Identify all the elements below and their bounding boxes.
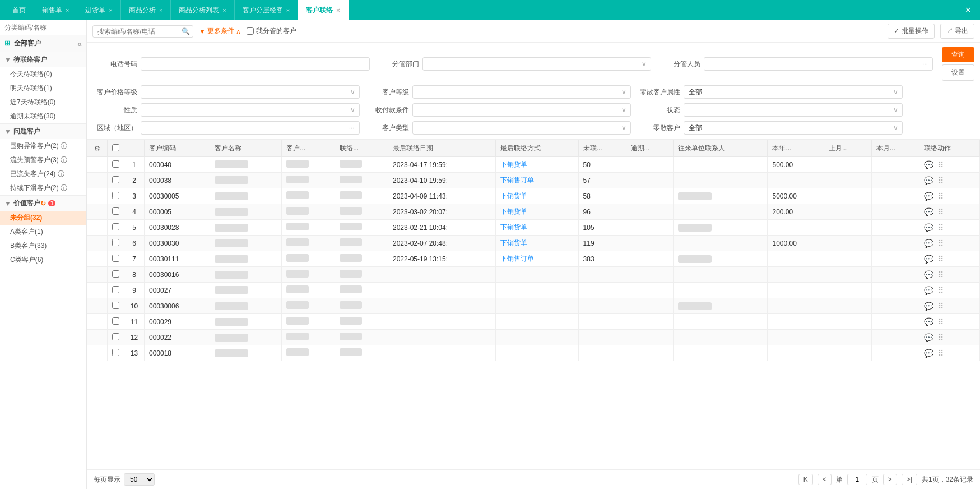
sidebar-item-a-class[interactable]: A类客户(1) (0, 225, 86, 239)
row-name[interactable]: *** (210, 314, 282, 330)
contact-method-link[interactable]: 下销货单 (500, 160, 527, 168)
more-action-icon[interactable]: ⠿ (938, 160, 944, 169)
row-last-contact-method[interactable]: 下销售订单 (495, 251, 578, 267)
contact-icon[interactable]: 💬 (924, 317, 933, 326)
region-input[interactable]: ··· (141, 121, 360, 135)
contact-icon[interactable]: 💬 (924, 160, 933, 169)
row-name[interactable]: *** (210, 267, 282, 283)
close-analysis-list-tab[interactable]: × (222, 7, 226, 13)
contact-method-link[interactable]: 下销售订单 (500, 176, 534, 184)
prev-page-button[interactable]: < (818, 474, 832, 485)
customer-type-select[interactable] (412, 121, 631, 135)
more-action-icon[interactable]: ⠿ (938, 270, 944, 279)
row-last-contact-method[interactable]: 下销货单 (495, 188, 578, 204)
select-all-checkbox[interactable] (112, 144, 119, 151)
contact-icon[interactable]: 💬 (924, 223, 933, 232)
contact-method-link[interactable]: 下销货单 (500, 207, 527, 215)
all-customers-header[interactable]: ⊞ 全部客户 « (0, 35, 86, 52)
tab-sales[interactable]: 销售单 × (34, 0, 77, 20)
sidebar-item-c-class[interactable]: C类客户(6) (0, 253, 86, 267)
sidebar-item-7days[interactable]: 近7天待联络(0) (0, 95, 86, 109)
contact-icon[interactable]: 💬 (924, 176, 933, 185)
more-action-icon[interactable]: ⠿ (938, 302, 944, 311)
row-last-contact-method[interactable]: 下销货单 (495, 157, 578, 173)
row-check[interactable] (108, 283, 124, 298)
value-customers-title[interactable]: ▼ 价值客户 ↻ 1 (0, 196, 86, 211)
tab-purchase[interactable]: 进货单 × (77, 0, 120, 20)
more-action-icon[interactable]: ⠿ (938, 333, 944, 342)
sidebar-item-declining[interactable]: 持续下滑客户(2) ⓘ (0, 181, 86, 195)
row-name[interactable]: ***伙伴 (210, 157, 282, 173)
contact-icon[interactable]: 💬 (924, 349, 933, 358)
contact-icon[interactable]: 💬 (924, 255, 933, 264)
page-number-input[interactable] (847, 474, 867, 485)
contact-icon[interactable]: 💬 (924, 192, 933, 201)
query-button[interactable]: 查询 (942, 47, 974, 62)
my-customer-checkbox[interactable] (247, 27, 254, 35)
row-checkbox[interactable] (112, 302, 119, 309)
row-check[interactable] (108, 220, 124, 236)
row-name[interactable]: *** (210, 204, 282, 220)
row-check[interactable] (108, 267, 124, 283)
row-checkbox[interactable] (112, 333, 119, 340)
filter-more-btn[interactable]: ▼ 更多条件 ∧ (199, 26, 241, 36)
contact-method-link[interactable]: 下销货单 (500, 192, 527, 200)
row-name[interactable]: *** (210, 345, 282, 361)
problem-customers-title[interactable]: ▼ 问题客户 (0, 124, 86, 139)
row-last-contact-method[interactable] (495, 267, 578, 283)
close-purchase-tab[interactable]: × (109, 7, 112, 13)
manager-input[interactable]: ··· (704, 57, 933, 71)
row-check[interactable] (108, 204, 124, 220)
row-last-contact-method[interactable] (495, 314, 578, 330)
more-action-icon[interactable]: ⠿ (938, 239, 944, 248)
more-action-icon[interactable]: ⠿ (938, 349, 944, 358)
close-sales-tab[interactable]: × (66, 7, 69, 13)
row-checkbox[interactable] (112, 286, 119, 293)
sidebar-item-churn-warn[interactable]: 流失预警客户(3) ⓘ (0, 153, 86, 167)
row-name[interactable]: *** (210, 220, 282, 236)
contact-method-link[interactable]: 下销货单 (500, 239, 527, 247)
row-name[interactable]: *** (210, 188, 282, 204)
price-grade-select[interactable] (141, 85, 360, 99)
row-last-contact-method[interactable]: 下销货单 (495, 204, 578, 220)
row-last-contact-method[interactable] (495, 345, 578, 361)
row-last-contact-method[interactable] (495, 283, 578, 298)
row-checkbox[interactable] (112, 207, 119, 215)
row-check[interactable] (108, 157, 124, 173)
tab-customer-segment[interactable]: 客户分层经客 × (235, 0, 298, 20)
row-name[interactable]: ***公 (210, 283, 282, 298)
next-page-button[interactable]: > (883, 474, 897, 485)
row-name[interactable]: *** (210, 330, 282, 345)
row-checkbox[interactable] (112, 270, 119, 278)
row-last-contact-method[interactable] (495, 298, 578, 314)
contact-icon[interactable]: 💬 (924, 286, 933, 295)
retail-customer-select[interactable]: 全部 (684, 121, 903, 135)
tab-analysis[interactable]: 商品分析 × (121, 0, 171, 20)
more-action-icon[interactable]: ⠿ (938, 223, 944, 232)
row-name[interactable]: *** (210, 298, 282, 314)
row-checkbox[interactable] (112, 192, 119, 199)
col-settings[interactable]: ⚙ (87, 140, 108, 157)
nature-select[interactable] (141, 103, 360, 117)
row-checkbox[interactable] (112, 317, 119, 325)
filter-search-input[interactable] (97, 27, 182, 35)
status-select[interactable] (684, 103, 903, 117)
reset-button[interactable]: 设置 (942, 64, 974, 81)
tab-home[interactable]: 首页 (4, 0, 34, 20)
contact-icon[interactable]: 💬 (924, 207, 933, 216)
pending-contact-title[interactable]: ▼ 待联络客户 (0, 52, 86, 67)
sidebar-item-ungrouped[interactable]: 未分组(32) (0, 211, 86, 225)
row-check[interactable] (108, 314, 124, 330)
row-checkbox[interactable] (112, 349, 119, 356)
row-last-contact-method[interactable]: 下销货单 (495, 236, 578, 251)
page-size-select[interactable]: 50 20 100 (124, 473, 155, 486)
contact-icon[interactable]: 💬 (924, 302, 933, 311)
dept-select[interactable] (422, 57, 652, 71)
row-name[interactable]: ***销 (210, 173, 282, 188)
close-analysis-tab[interactable]: × (159, 7, 162, 13)
contact-icon[interactable]: 💬 (924, 333, 933, 342)
row-checkbox[interactable] (112, 223, 119, 230)
row-checkbox[interactable] (112, 255, 119, 262)
more-action-icon[interactable]: ⠿ (938, 207, 944, 216)
row-name[interactable]: *** (210, 251, 282, 267)
